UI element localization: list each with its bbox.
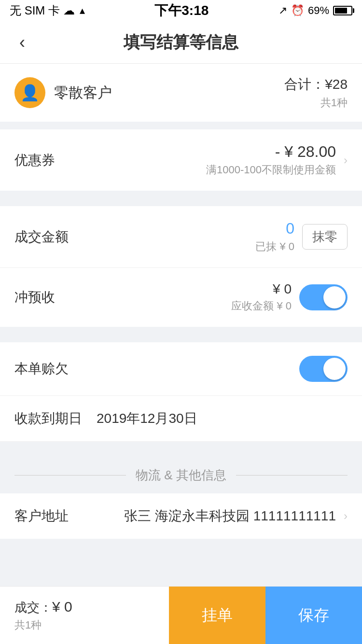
logistics-line-right bbox=[236, 475, 348, 476]
status-left: 无 SIM 卡 ☁ ▴ bbox=[10, 3, 85, 18]
debt-toggle-knob bbox=[323, 358, 346, 380]
deal-amount-row: 成交金额 已抹 ¥ 0 抹零 bbox=[0, 206, 362, 268]
due-date-label: 收款到期日 bbox=[14, 409, 82, 428]
prepayment-toggle[interactable] bbox=[299, 284, 348, 310]
coupon-desc: 满1000-100不限制使用金额 bbox=[206, 163, 336, 177]
battery-icon bbox=[333, 6, 352, 15]
customer-right: 合计：¥28 共1种 bbox=[284, 75, 348, 110]
content-area: 👤 零散客户 合计：¥28 共1种 优惠券 - ¥ 28.00 满1000-10… bbox=[0, 64, 362, 614]
coupon-right: - ¥ 28.00 满1000-100不限制使用金额 › bbox=[206, 143, 348, 177]
debt-toggle[interactable] bbox=[299, 356, 348, 382]
deal-amount-input[interactable] bbox=[237, 220, 294, 238]
due-date-value: 2019年12月30日 bbox=[97, 409, 197, 428]
deal-already-rounded: 已抹 ¥ 0 bbox=[237, 239, 294, 254]
bottom-info: 成交：¥ 0 共1种 bbox=[0, 599, 169, 632]
bottom-deal-amount: ¥ 0 bbox=[52, 599, 72, 615]
round-button[interactable]: 抹零 bbox=[302, 224, 348, 250]
avatar-icon: 👤 bbox=[20, 84, 40, 102]
coupon-row[interactable]: 优惠券 - ¥ 28.00 满1000-100不限制使用金额 › bbox=[0, 129, 362, 191]
address-row[interactable]: 客户地址 张三 海淀永丰科技园 11111111111 › bbox=[0, 493, 362, 539]
back-button[interactable]: ‹ bbox=[14, 28, 30, 57]
prepayment-amount: ¥ 0 bbox=[231, 281, 292, 297]
customer-name: 零散客户 bbox=[54, 83, 112, 103]
prepayment-sub: 应收金额 ¥ 0 bbox=[231, 299, 292, 313]
divider-2 bbox=[0, 335, 362, 342]
customer-row: 👤 零散客户 合计：¥28 共1种 bbox=[0, 64, 362, 122]
address-value: 张三 海淀永丰科技园 11111111111 bbox=[124, 507, 336, 525]
no-sim-text: 无 SIM 卡 ☁ bbox=[10, 3, 75, 18]
avatar: 👤 bbox=[14, 77, 45, 108]
total-amount: 合计：¥28 bbox=[284, 75, 348, 94]
bottom-deal-label: 成交：¥ 0 bbox=[14, 599, 154, 616]
bottom-bar: 成交：¥ 0 共1种 挂单 保存 bbox=[0, 586, 362, 644]
page-title: 填写结算等信息 bbox=[124, 31, 238, 54]
coupon-label: 优惠券 bbox=[14, 151, 55, 169]
alarm-icon: ⏰ bbox=[291, 4, 304, 17]
nav-bar: ‹ 填写结算等信息 bbox=[0, 21, 362, 64]
debt-section: 本单赊欠 收款到期日 2019年12月30日 bbox=[0, 342, 362, 442]
coupon-section: 优惠券 - ¥ 28.00 满1000-100不限制使用金额 › bbox=[0, 129, 362, 191]
status-right: ↗ ⏰ 69% bbox=[278, 4, 352, 17]
debt-row: 本单赊欠 bbox=[0, 342, 362, 396]
total-count: 共1种 bbox=[284, 96, 348, 110]
prepayment-label: 冲预收 bbox=[14, 288, 55, 307]
logistics-title: 物流 & 其他信息 bbox=[136, 467, 226, 484]
battery-percent: 69% bbox=[308, 4, 329, 17]
address-section: 客户地址 张三 海淀永丰科技园 11111111111 › bbox=[0, 493, 362, 539]
save-button[interactable]: 保存 bbox=[265, 587, 362, 644]
debt-right bbox=[299, 356, 348, 382]
status-bar: 无 SIM 卡 ☁ ▴ 下午3:18 ↗ ⏰ 69% bbox=[0, 0, 362, 21]
status-time: 下午3:18 bbox=[154, 1, 209, 20]
coupon-amount: - ¥ 28.00 bbox=[206, 143, 336, 161]
prepayment-row: 冲预收 ¥ 0 应收金额 ¥ 0 bbox=[0, 268, 362, 327]
address-label: 客户地址 bbox=[14, 507, 69, 525]
toggle-knob bbox=[323, 286, 346, 308]
wifi-icon: ▴ bbox=[80, 4, 85, 17]
deal-amount-section: 成交金额 已抹 ¥ 0 抹零 冲预收 ¥ 0 应收金额 ¥ 0 bbox=[0, 206, 362, 327]
deal-amount-label: 成交金额 bbox=[14, 228, 69, 246]
address-right: 张三 海淀永丰科技园 11111111111 › bbox=[124, 507, 348, 525]
location-icon: ↗ bbox=[278, 4, 287, 17]
divider-3 bbox=[0, 449, 362, 457]
logistics-line-left bbox=[14, 475, 126, 476]
debt-label: 本单赊欠 bbox=[14, 360, 69, 378]
due-date-row: 收款到期日 2019年12月30日 bbox=[0, 396, 362, 442]
deal-amount-right: 已抹 ¥ 0 抹零 bbox=[237, 220, 348, 254]
customer-left: 👤 零散客户 bbox=[14, 77, 112, 108]
chevron-right-icon: › bbox=[344, 154, 348, 167]
hang-button[interactable]: 挂单 bbox=[169, 587, 265, 644]
bottom-count: 共1种 bbox=[14, 618, 154, 632]
logistics-header: 物流 & 其他信息 bbox=[0, 457, 362, 493]
divider-1 bbox=[0, 198, 362, 206]
prepayment-right: ¥ 0 应收金额 ¥ 0 bbox=[231, 281, 348, 313]
address-chevron-icon: › bbox=[344, 509, 348, 523]
